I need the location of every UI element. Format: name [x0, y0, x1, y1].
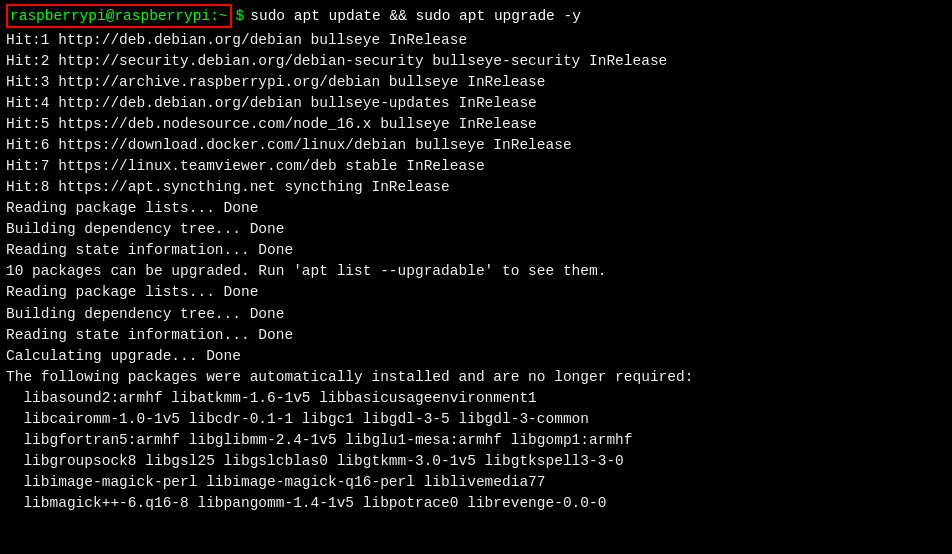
terminal-line: Building dependency tree... Done — [6, 304, 946, 325]
terminal-line: Hit:6 https://download.docker.com/linux/… — [6, 135, 946, 156]
terminal-line: Reading state information... Done — [6, 325, 946, 346]
terminal-line: Hit:2 http://security.debian.org/debian-… — [6, 51, 946, 72]
terminal-line: Hit:1 http://deb.debian.org/debian bulls… — [6, 30, 946, 51]
terminal-window: raspberrypi@raspberrypi:~ $ sudo apt upd… — [0, 0, 952, 554]
terminal-line: libcairomm-1.0-1v5 libcdr-0.1-1 libgc1 l… — [6, 409, 946, 430]
terminal-line: The following packages were automaticall… — [6, 367, 946, 388]
terminal-line: Hit:4 http://deb.debian.org/debian bulls… — [6, 93, 946, 114]
terminal-line: libgroupsock8 libgsl25 libgslcblas0 libg… — [6, 451, 946, 472]
terminal-line: libmagick++-6.q16-8 libpangomm-1.4-1v5 l… — [6, 493, 946, 514]
terminal-line: Reading package lists... Done — [6, 282, 946, 303]
terminal-line: Reading package lists... Done — [6, 198, 946, 219]
terminal-line: Hit:7 https://linux.teamviewer.com/deb s… — [6, 156, 946, 177]
terminal-line: Hit:8 https://apt.syncthing.net syncthin… — [6, 177, 946, 198]
terminal-line: Reading state information... Done — [6, 240, 946, 261]
terminal-line: 10 packages can be upgraded. Run 'apt li… — [6, 261, 946, 282]
terminal-line: libgfortran5:armhf libglibmm-2.4-1v5 lib… — [6, 430, 946, 451]
terminal-line: Calculating upgrade... Done — [6, 346, 946, 367]
prompt-dollar: $ — [236, 6, 245, 27]
terminal-line: libimage-magick-perl libimage-magick-q16… — [6, 472, 946, 493]
prompt-user: raspberrypi@raspberrypi:~ — [6, 4, 232, 28]
terminal-line: Building dependency tree... Done — [6, 219, 946, 240]
terminal-line: Hit:5 https://deb.nodesource.com/node_16… — [6, 114, 946, 135]
prompt-line: raspberrypi@raspberrypi:~ $ sudo apt upd… — [6, 4, 946, 28]
terminal-output: Hit:1 http://deb.debian.org/debian bulls… — [6, 30, 946, 513]
terminal-line: Hit:3 http://archive.raspberrypi.org/deb… — [6, 72, 946, 93]
prompt-command: sudo apt update && sudo apt upgrade -y — [250, 6, 581, 27]
terminal-line: libasound2:armhf libatkmm-1.6-1v5 libbas… — [6, 388, 946, 409]
